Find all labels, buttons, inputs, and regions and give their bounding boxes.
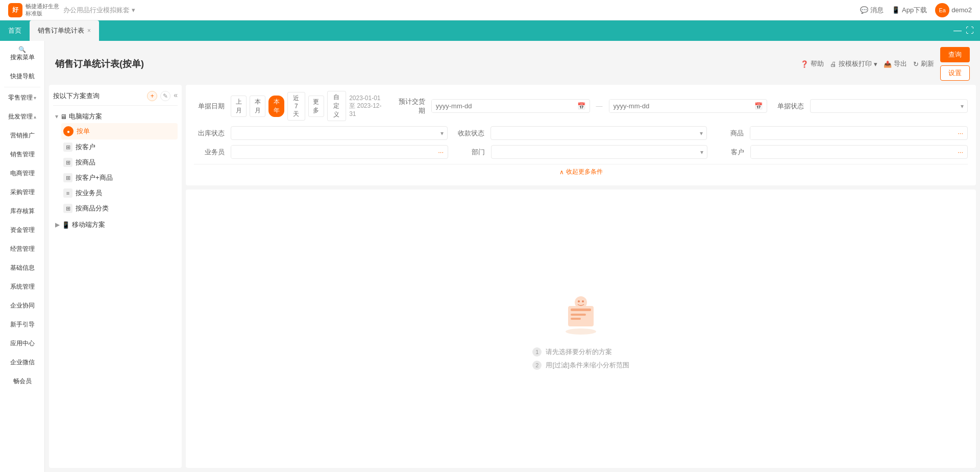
title-dropdown-icon[interactable]: ▾ bbox=[132, 6, 135, 14]
product-filter[interactable]: ··· bbox=[750, 126, 968, 140]
tab-bar-right: — ⛶ bbox=[953, 26, 980, 35]
date-btn-last-month[interactable]: 上月 bbox=[231, 96, 247, 117]
svg-point-0 bbox=[566, 328, 596, 335]
edit-scheme-button[interactable]: ✎ bbox=[160, 91, 170, 101]
app-download-button[interactable]: 📱 App下载 bbox=[892, 6, 927, 15]
tree-item-by-salesperson[interactable]: ≡ 按业务员 bbox=[61, 185, 178, 201]
date-btn-this-year[interactable]: 本年 bbox=[268, 96, 284, 117]
salesperson-more-icon[interactable]: ··· bbox=[434, 148, 448, 156]
page-area: 销售订单统计表(按单) ❓ 帮助 🖨 按模板打印 ▾ 📤 导出 ↻ 刷新 bbox=[45, 41, 980, 472]
sidebar-item-wholesale[interactable]: 批发管理 ▴ bbox=[0, 107, 44, 126]
add-scheme-button[interactable]: + bbox=[147, 91, 157, 101]
settings-button[interactable]: 设置 bbox=[940, 65, 970, 81]
section-header-mobile[interactable]: ▶ 📱 移动端方案 bbox=[53, 218, 178, 231]
tab-minimize-icon[interactable]: — bbox=[953, 26, 962, 35]
collapse-panel-button[interactable]: « bbox=[174, 91, 178, 101]
help-button[interactable]: ❓ 帮助 bbox=[800, 59, 824, 68]
salesperson-input[interactable] bbox=[231, 146, 434, 158]
expected-date-end[interactable]: 📅 bbox=[609, 99, 768, 113]
date-btn-7days[interactable]: 近7天 bbox=[287, 92, 305, 121]
sidebar-item-search[interactable]: 🔍 搜索菜单 bbox=[0, 41, 44, 67]
date-btn-more[interactable]: 更多 bbox=[308, 96, 324, 117]
sidebar-item-inventory[interactable]: 库存核算 bbox=[0, 202, 44, 221]
user-area[interactable]: Ea demo2 bbox=[935, 3, 972, 17]
tree-item-by-category[interactable]: ⊞ 按商品分类 bbox=[61, 201, 178, 216]
sidebar-item-collab[interactable]: 企业协同 bbox=[0, 296, 44, 315]
salesperson-label: 业务员 bbox=[194, 148, 225, 157]
out-status-select-wrapper bbox=[231, 126, 448, 140]
customer-label: 客户 bbox=[714, 148, 744, 157]
page-actions: ❓ 帮助 🖨 按模板打印 ▾ 📤 导出 ↻ 刷新 查询 bbox=[800, 47, 970, 81]
empty-area: 1 请先选择要分析的方案 2 用[过滤]条件来缩小分析范围 bbox=[186, 190, 976, 468]
empty-tip-1: 1 请先选择要分析的方案 bbox=[532, 347, 629, 357]
tree-item-by-order[interactable]: ● 按单 bbox=[61, 123, 178, 139]
retail-arrow-icon: ▾ bbox=[34, 95, 36, 101]
tree-item-by-product[interactable]: ⊞ 按商品 bbox=[61, 155, 178, 170]
tree-item-by-customer[interactable]: ⊞ 按客户 bbox=[61, 139, 178, 155]
svg-rect-3 bbox=[571, 314, 586, 316]
sidebar-item-basic[interactable]: 基础信息 bbox=[0, 258, 44, 277]
sidebar-item-member[interactable]: 畅会员 bbox=[0, 372, 44, 391]
mobile-icon: 📱 bbox=[62, 221, 70, 229]
sidebar-item-wechat[interactable]: 企业微信 bbox=[0, 353, 44, 372]
message-button[interactable]: 💬 消息 bbox=[860, 6, 884, 15]
print-arrow-icon: ▾ bbox=[874, 60, 877, 68]
product-more-icon[interactable]: ··· bbox=[953, 129, 967, 137]
query-button[interactable]: 查询 bbox=[940, 47, 970, 62]
tab-maximize-icon[interactable]: ⛶ bbox=[966, 26, 974, 35]
date-btn-custom[interactable]: 自定义 bbox=[327, 91, 347, 121]
dept-select[interactable] bbox=[491, 145, 707, 159]
product-input[interactable] bbox=[750, 127, 953, 139]
status-select[interactable] bbox=[810, 99, 968, 113]
out-status-select[interactable] bbox=[231, 126, 448, 140]
right-panel: 单据日期 上月 本月 本年 近7天 更多 自定义 2023-01-01 至 20… bbox=[186, 85, 976, 468]
customer-filter[interactable]: ··· bbox=[750, 145, 968, 159]
sidebar-item-business[interactable]: 经营管理 bbox=[0, 240, 44, 258]
date-end-input[interactable] bbox=[609, 100, 751, 112]
filter-row-1: 单据日期 上月 本月 本年 近7天 更多 自定义 2023-01-01 至 20… bbox=[194, 91, 968, 121]
svg-rect-2 bbox=[571, 309, 591, 311]
refresh-button[interactable]: ↻ 刷新 bbox=[913, 59, 934, 68]
tree-item-by-customer-product[interactable]: ⊞ 按客户+商品 bbox=[61, 170, 178, 185]
page-header: 销售订单统计表(按单) ❓ 帮助 🖨 按模板打印 ▾ 📤 导出 ↻ 刷新 bbox=[45, 41, 980, 85]
receipt-status-select[interactable] bbox=[491, 126, 707, 140]
customer-more-icon[interactable]: ··· bbox=[953, 148, 967, 156]
sidebar-item-quick[interactable]: 快捷导航 bbox=[0, 67, 44, 86]
collapse-bar[interactable]: ∧ 收起更多条件 bbox=[194, 164, 968, 179]
section-header-desktop[interactable]: ▾ 🖥 电脑端方案 bbox=[53, 110, 178, 123]
sidebar-item-ecommerce[interactable]: 电商管理 bbox=[0, 164, 44, 183]
expected-date-start[interactable]: 📅 bbox=[431, 99, 590, 113]
left-panel-header: 按以下方案查询 + ✎ « bbox=[53, 89, 178, 106]
dept-label: 部门 bbox=[454, 148, 485, 157]
svg-point-6 bbox=[578, 300, 580, 302]
date-btn-this-month[interactable]: 本月 bbox=[250, 96, 265, 117]
expected-date-label: 预计交货期 bbox=[395, 97, 425, 115]
tip-num-2: 2 bbox=[532, 361, 542, 370]
salesperson-filter[interactable]: ··· bbox=[231, 145, 448, 159]
svg-point-5 bbox=[575, 296, 587, 309]
tab-close-icon[interactable]: × bbox=[87, 27, 91, 34]
action-buttons: 查询 设置 bbox=[940, 47, 970, 81]
mobile-section: ▶ 📱 移动端方案 bbox=[53, 218, 178, 231]
wholesale-arrow-icon: ▴ bbox=[34, 114, 36, 120]
sidebar-item-sales[interactable]: 销售管理 bbox=[0, 145, 44, 164]
receipt-status-select-wrapper bbox=[491, 126, 707, 140]
sidebar-item-finance[interactable]: 资金管理 bbox=[0, 221, 44, 240]
sidebar-item-apps[interactable]: 应用中心 bbox=[0, 334, 44, 353]
print-button[interactable]: 🖨 按模板打印 ▾ bbox=[830, 59, 877, 68]
tab-home[interactable]: 首页 bbox=[0, 20, 30, 41]
sidebar-item-marketing[interactable]: 营销推广 bbox=[0, 126, 44, 145]
sidebar-item-retail[interactable]: 零售管理 ▾ bbox=[0, 88, 44, 107]
mobile-expand-icon: ▶ bbox=[55, 221, 60, 228]
sidebar-item-system[interactable]: 系统管理 bbox=[0, 277, 44, 296]
export-button[interactable]: 📤 导出 bbox=[884, 59, 907, 68]
sidebar-item-guide[interactable]: 新手引导 bbox=[0, 315, 44, 334]
filter-area: 单据日期 上月 本月 本年 近7天 更多 自定义 2023-01-01 至 20… bbox=[186, 85, 976, 185]
sidebar-item-purchase[interactable]: 采购管理 bbox=[0, 183, 44, 202]
logo-text: 畅捷通好生意 标准版 bbox=[26, 3, 59, 16]
customer-input[interactable] bbox=[751, 146, 953, 158]
left-panel: 按以下方案查询 + ✎ « ▾ 🖥 电脑端方案 bbox=[49, 85, 182, 468]
tab-sales-order[interactable]: 销售订单统计表 × bbox=[30, 20, 99, 41]
date-start-input[interactable] bbox=[432, 100, 573, 112]
tree-children-desktop: ● 按单 ⊞ 按客户 ⊞ 按商品 ⊞ 按客 bbox=[53, 123, 178, 216]
